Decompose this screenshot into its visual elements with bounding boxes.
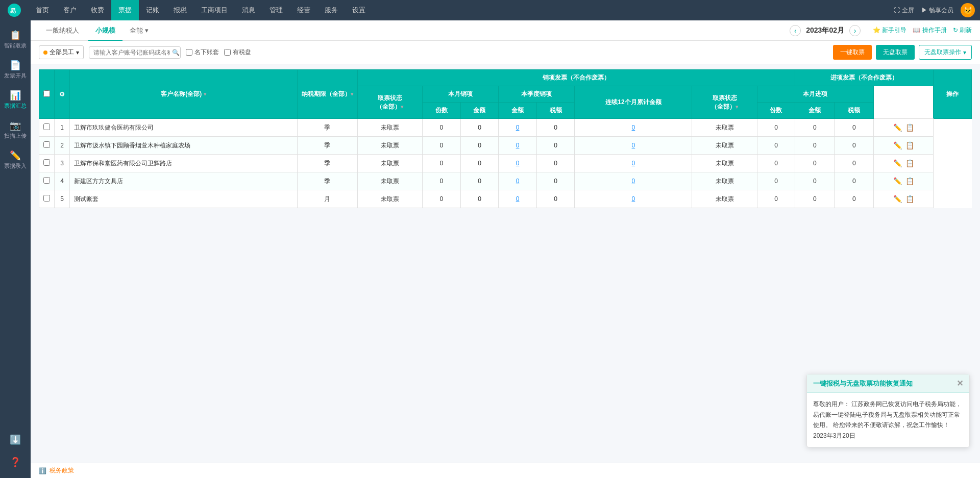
refresh-btn[interactable]: ↻ 刷新 [953,26,972,35]
sidebar-item-help[interactable]: ❓ [1,452,30,473]
dot-icon [43,51,47,55]
sidebar-item-label: 发票开具 [4,72,27,80]
nav-invoice[interactable]: 票据 [111,0,139,20]
member-btn[interactable]: ▶ 畅享会员 [921,6,953,15]
month-sale-count-header: 份数 [423,103,461,119]
edit-btn[interactable]: ✏️ [892,176,903,186]
toolbar: 全部员工 ▾ 🔍 名下账套 有税盘 一键取票 无盘取票 无盘取票操作 ▾ [31,41,980,64]
nav-billing[interactable]: 收费 [84,0,111,20]
sale-status: 未取票 [357,190,422,208]
row-checkbox[interactable] [43,141,50,148]
tab-general-taxpayer[interactable]: 一般纳税人 [39,20,86,41]
month-purchase-count: 0 [757,155,795,172]
nav-client[interactable]: 客户 [56,0,84,20]
row-checkbox[interactable] [43,177,50,184]
no-disk-ops-btn[interactable]: 无盘取票操作 ▾ [919,45,972,60]
sidebar-item-smart-ticket[interactable]: 📋 智能取票 [1,26,30,54]
row-actions: ✏️ 📋 [874,190,934,208]
edit-btn[interactable]: ✏️ [892,140,903,150]
sidebar-item-download[interactable]: ⬇️ [1,430,30,450]
sidebar: 📋 智能取票 📄 发票开具 📊 票据汇总 📷 扫描上传 ✏️ 票据录入 ⬇️ ❓ [0,20,31,478]
settings-header: ⚙ [55,70,70,119]
manual-btn[interactable]: 📖 操作手册 [913,26,946,35]
toolbar-right: 一键取票 无盘取票 无盘取票操作 ▾ [833,45,972,60]
nav-service[interactable]: 服务 [317,0,345,20]
entry-icon: ✏️ [10,150,21,161]
row-checkbox-cell [39,190,55,208]
beginner-guide-btn[interactable]: ⭐ 新手引导 [873,26,906,35]
quarter-sale-tax: 0 [536,155,575,172]
month-sale-amount: 0 [460,155,499,172]
no-disk-ticket-btn[interactable]: 无盘取票 [876,45,915,60]
edit-btn[interactable]: ✏️ [892,194,903,204]
notification-close-btn[interactable]: ✕ [957,379,963,388]
purchase-status: 未取票 [692,190,757,208]
month-purchase-count: 0 [757,190,795,208]
quarter-sale-tax: 0 [536,137,575,155]
row-checkbox[interactable] [43,195,50,202]
search-box: 🔍 [89,46,181,59]
search-input[interactable] [93,49,170,56]
tax-period: 季 [297,155,357,172]
sidebar-item-entry[interactable]: ✏️ 票据录入 [1,146,30,174]
sidebar-item-scan[interactable]: 📷 扫描上传 [1,116,30,144]
select-all-checkbox[interactable] [43,90,50,97]
operation-header: 操作 [934,70,972,119]
checkbox-all-header [39,70,55,119]
invoice-table: ⚙ 客户名称(全部) ▾ 纳税期限（全部）▾ 销项发票（不合作废票） 进项发票（… [39,69,972,208]
notification-title: 一键报税与无盘取票功能恢复通知 [813,379,913,388]
sub-account-checkbox[interactable] [186,49,192,56]
row-checkbox[interactable] [43,159,50,166]
sidebar-item-label: 智能取票 [4,42,27,49]
purchase-status: 未取票 [692,119,757,137]
sidebar-item-summary[interactable]: 📊 票据汇总 [1,86,30,114]
detail-btn[interactable]: 📋 [904,194,915,204]
nav-business[interactable]: 工商项目 [194,0,235,20]
nav-right-area: ⛶ 全屏 ▶ 畅享会员 🐱 [894,3,975,17]
nav-accounting[interactable]: 记账 [139,0,166,20]
tax-policy-link[interactable]: 税务政策 [50,466,74,475]
user-avatar[interactable]: 🐱 [961,3,975,17]
cumulative-amount: 0 [575,137,692,155]
detail-btn[interactable]: 📋 [904,158,915,168]
checkbox-sub-account[interactable]: 名下账套 [186,48,219,57]
nav-message[interactable]: 消息 [235,0,262,20]
sidebar-item-label: 票据录入 [4,162,27,170]
tax-disk-checkbox[interactable] [224,49,231,56]
sidebar-item-issue[interactable]: 📄 发票开具 [1,56,30,84]
month-purchase-tax-header: 税额 [835,103,874,119]
sale-status: 未取票 [357,119,422,137]
nav-tax[interactable]: 报税 [166,0,194,20]
prev-month-btn[interactable]: ‹ [790,25,801,36]
tab-all[interactable]: 全能 ▾ [125,26,154,35]
row-checkbox[interactable] [43,123,50,130]
quarter-sale-tax-header: 税额 [536,103,575,119]
nav-manage[interactable]: 管理 [262,0,290,20]
edit-btn[interactable]: ✏️ [892,122,903,133]
smart-ticket-icon: 📋 [10,30,21,41]
quarter-sale-tax: 0 [536,190,575,208]
one-click-ticket-btn[interactable]: 一键取票 [833,45,872,60]
detail-btn[interactable]: 📋 [904,122,915,133]
table-row: 4 新建区方方文具店 季 未取票 0 0 0 0 0 未取票 0 0 0 ✏️ … [39,172,972,190]
next-month-btn[interactable]: › [849,25,861,36]
quarter-sale-tax: 0 [536,119,575,137]
customer-name: 测试账套 [70,190,298,208]
tab-small-scale[interactable]: 小规模 [88,20,122,41]
month-purchase-header: 本月进项 [757,86,874,103]
month-purchase-count: 0 [757,137,795,155]
search-icon[interactable]: 🔍 [172,49,180,56]
checkbox-tax-disk[interactable]: 有税盘 [224,48,251,57]
nav-operation[interactable]: 经营 [290,0,317,20]
fullscreen-btn[interactable]: ⛶ 全屏 [894,6,914,15]
edit-btn[interactable]: ✏️ [892,158,903,168]
month-sale-count: 0 [423,137,461,155]
nav-settings[interactable]: 设置 [345,0,373,20]
bottom-bar: ℹ️ 税务政策 [31,463,980,478]
nav-home[interactable]: 首页 [29,0,56,20]
month-sale-header: 本月销项 [423,86,499,103]
detail-btn[interactable]: 📋 [904,176,915,186]
logo: 易 [5,1,23,19]
employee-select[interactable]: 全部员工 ▾ [39,45,84,59]
detail-btn[interactable]: 📋 [904,140,915,150]
